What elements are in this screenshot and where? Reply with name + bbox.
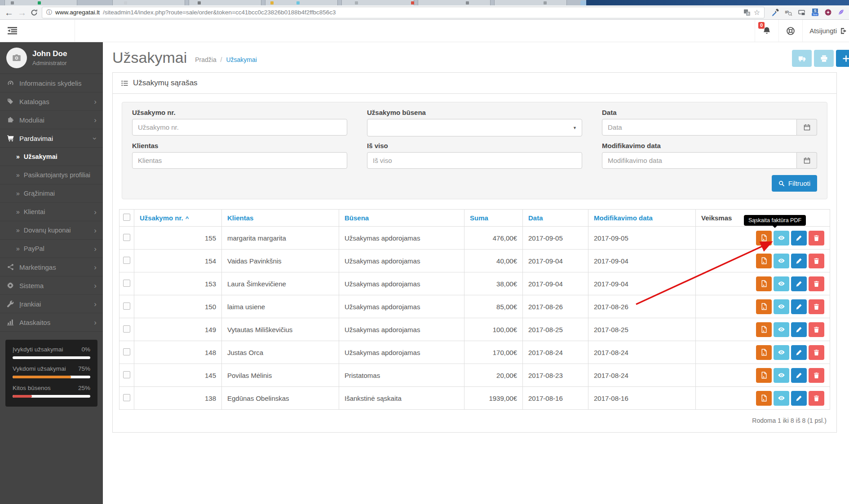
klientas-input[interactable] <box>132 152 347 169</box>
edit-button[interactable] <box>791 345 807 360</box>
view-button[interactable] <box>774 276 789 291</box>
breadcrumb-current-link[interactable]: Užsakymai <box>226 56 256 63</box>
invoice-pdf-button[interactable] <box>756 322 772 337</box>
sidebar-item-įrankiai[interactable]: Įrankiai › <box>0 295 103 313</box>
užsakymo-būsena-select[interactable]: ▼ <box>367 119 582 136</box>
row-checkbox[interactable] <box>123 394 130 401</box>
sidebar-item-ataskaitos[interactable]: Ataskaitos › <box>0 313 103 332</box>
screenshot-extension-icon[interactable] <box>824 9 832 16</box>
refresh-button[interactable] <box>31 9 38 16</box>
view-button[interactable] <box>774 254 789 268</box>
browser-tab[interactable] <box>112 0 185 5</box>
ip-lookup-icon[interactable]: IP <box>784 9 792 16</box>
iš-viso-input[interactable] <box>367 152 582 169</box>
browser-tab[interactable] <box>418 0 491 5</box>
užsakymo-nr-input[interactable] <box>132 119 347 136</box>
browser-tab[interactable] <box>341 0 414 5</box>
delete-button[interactable] <box>809 391 824 406</box>
sidebar-subitem-užsakymai[interactable]: » Užsakymai › <box>0 148 103 166</box>
view-button[interactable] <box>774 368 789 383</box>
edit-button[interactable] <box>791 231 807 245</box>
avatar[interactable] <box>6 48 27 68</box>
sidebar-item-moduliai[interactable]: Moduliai › <box>0 111 103 129</box>
column-header-data[interactable]: Data <box>528 214 543 222</box>
sidebar-subitem-pasikartojantys-profiliai[interactable]: » Pasikartojantys profiliai › <box>0 166 103 184</box>
forward-button[interactable]: → <box>18 8 27 17</box>
edit-button[interactable] <box>791 276 807 291</box>
row-checkbox[interactable] <box>123 302 130 310</box>
row-checkbox[interactable] <box>123 234 130 241</box>
sidebar-item-sistema[interactable]: Sistema › <box>0 276 103 295</box>
invoice-pdf-button[interactable] <box>756 391 772 406</box>
breadcrumb-home-link[interactable]: Pradžia <box>195 56 216 63</box>
invoice-pdf-button[interactable] <box>756 231 772 245</box>
sidebar-subitem-klientai[interactable]: » Klientai › <box>0 203 103 221</box>
invoice-pdf-button[interactable] <box>756 254 772 268</box>
filter-button[interactable]: Filtruoti <box>772 175 817 192</box>
edit-button[interactable] <box>791 368 807 383</box>
view-button[interactable] <box>774 345 789 360</box>
browser-tab[interactable] <box>494 0 567 5</box>
logout-button[interactable]: Atsijungti <box>802 20 849 42</box>
column-header-modifikavimo-data[interactable]: Modifikavimo data <box>594 214 653 222</box>
column-header-klientas[interactable]: Klientas <box>227 214 253 222</box>
data-input[interactable] <box>602 119 797 136</box>
sidebar-toggle-icon[interactable] <box>8 27 17 35</box>
delete-button[interactable] <box>809 299 824 314</box>
calendar-button[interactable] <box>797 119 817 136</box>
invoice-pdf-button[interactable] <box>756 299 772 314</box>
view-button[interactable] <box>774 299 789 314</box>
browser-tab[interactable] <box>4 0 77 5</box>
eyedropper-icon[interactable] <box>771 9 779 16</box>
sidebar-subitem-grąžinimai[interactable]: » Grąžinimai › <box>0 184 103 203</box>
print-invoice-button[interactable] <box>814 50 834 67</box>
sidebar-item-pardavimai[interactable]: Pardavimai › <box>0 129 103 148</box>
notifications-button[interactable]: 0 <box>755 20 778 42</box>
view-button[interactable] <box>774 322 789 337</box>
column-header-suma[interactable]: Suma <box>470 214 488 222</box>
row-checkbox[interactable] <box>123 325 130 333</box>
sidebar-item-informacinis-skydelis[interactable]: Informacinis skydelis › <box>0 74 103 92</box>
delete-button[interactable] <box>809 231 824 245</box>
row-checkbox[interactable] <box>123 348 130 355</box>
column-header-būsena[interactable]: Būsena <box>345 214 369 222</box>
sidebar-subitem-dovanų-kuponai[interactable]: » Dovanų kuponai › <box>0 221 103 240</box>
back-button[interactable]: ← <box>4 8 13 17</box>
delete-button[interactable] <box>809 322 824 337</box>
row-checkbox[interactable] <box>123 280 130 287</box>
cast-icon[interactable] <box>798 9 806 16</box>
edit-button[interactable] <box>791 299 807 314</box>
edit-button[interactable] <box>791 254 807 268</box>
address-bar[interactable]: ⓘ www.agregatai.lt /siteadmin14/index.ph… <box>42 7 765 18</box>
s-extension-icon[interactable]: SNew <box>811 8 819 17</box>
calendar-button[interactable] <box>797 152 817 169</box>
view-button[interactable] <box>774 391 789 406</box>
sidebar-item-katalogas[interactable]: Katalogas › <box>0 92 103 111</box>
translate-icon[interactable]: A <box>743 9 751 16</box>
browser-tab[interactable] <box>265 0 338 5</box>
invoice-pdf-button[interactable] <box>756 345 772 360</box>
bookmark-star-icon[interactable]: ☆ <box>754 9 760 16</box>
row-checkbox[interactable] <box>123 257 130 264</box>
browser-tab-strip[interactable] <box>0 0 849 5</box>
delete-button[interactable] <box>809 345 824 360</box>
view-button[interactable] <box>774 231 789 245</box>
modifikavimo-data-input[interactable] <box>602 152 797 169</box>
row-checkbox[interactable] <box>123 371 130 378</box>
select-all-checkbox[interactable] <box>123 214 130 221</box>
column-header-užsakymo-nr[interactable]: Užsakymo nr. <box>140 214 183 222</box>
invoice-pdf-button[interactable] <box>756 276 772 291</box>
sidebar-item-marketingas[interactable]: Marketingas › <box>0 258 103 276</box>
edit-button[interactable] <box>791 391 807 406</box>
edit-button[interactable] <box>791 322 807 337</box>
support-button[interactable] <box>778 20 802 42</box>
feather-extension-icon[interactable] <box>837 9 845 16</box>
delete-button[interactable] <box>809 368 824 383</box>
delete-button[interactable] <box>809 276 824 291</box>
shipping-list-button[interactable] <box>792 50 812 67</box>
sidebar-subitem-paypal[interactable]: » PayPal › <box>0 240 103 258</box>
invoice-pdf-button[interactable] <box>756 368 772 383</box>
delete-button[interactable] <box>809 254 824 268</box>
add-order-button[interactable] <box>836 50 849 67</box>
page-info-icon[interactable]: ⓘ <box>46 9 52 17</box>
